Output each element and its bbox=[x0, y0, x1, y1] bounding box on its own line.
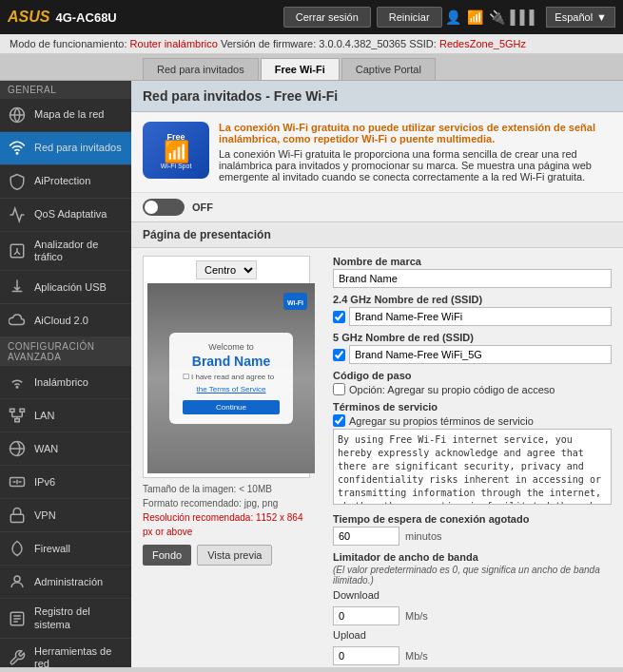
status-icons: 👤 📶 🔌 ▌▌▌ bbox=[445, 10, 539, 25]
img-resolution: Resolución recomendada: 1152 x 864 px or… bbox=[143, 510, 310, 539]
sidebar-label-analizador: Analizador de tráfico bbox=[34, 239, 124, 263]
timeout-label: Tiempo de espera de conexión agotado bbox=[333, 513, 612, 525]
preview-header: Centro bbox=[147, 260, 305, 279]
preview-area: Centro Welcome to Brand Name ☐ I have re… bbox=[143, 256, 310, 478]
brand-input[interactable] bbox=[333, 269, 612, 288]
signal-bars-icon: ▌▌▌ bbox=[511, 10, 539, 25]
sidebar-item-wan[interactable]: WAN bbox=[0, 432, 131, 466]
sidebar-label-inalambrico: Inalámbrico bbox=[34, 376, 88, 389]
timeout-input[interactable] bbox=[333, 527, 399, 546]
warning-text: La conexión Wi-Fi gratuita no puede util… bbox=[219, 122, 612, 144]
tab-invitados[interactable]: Red para invitados bbox=[143, 58, 259, 80]
sidebar-label-herramientas: Herramientas de red bbox=[34, 645, 124, 667]
shield-icon bbox=[8, 172, 27, 191]
upload-label: Upload bbox=[333, 629, 390, 641]
desc-text: La conexión Wi-Fi gratuita le proporcion… bbox=[219, 148, 612, 182]
sidebar-item-registro[interactable]: Registro del sistema bbox=[0, 599, 131, 638]
ssid5-input[interactable] bbox=[349, 345, 612, 364]
tos-check-label: Agregar su propios términos de servicio bbox=[349, 415, 534, 427]
preview-welcome: Welcome to bbox=[183, 342, 280, 352]
preview-tos-link: the Terms of Service bbox=[183, 385, 280, 394]
presentation-section-title: Página de presentación bbox=[131, 221, 623, 248]
main-layout: General Mapa de la red Red para invitado… bbox=[0, 81, 623, 667]
sidebar-item-qos[interactable]: QoS Adaptativa bbox=[0, 199, 131, 232]
ssid24-label: 2.4 GHz Nombre de red (SSID) bbox=[333, 294, 612, 305]
toggle-row: OFF bbox=[131, 193, 623, 221]
sidebar-label-red: Red para invitados bbox=[34, 142, 122, 154]
mode-link[interactable]: Router inalámbrico bbox=[130, 38, 218, 49]
sidebar-label-aicloud: AiCloud 2.0 bbox=[34, 315, 88, 327]
download-input[interactable] bbox=[333, 606, 399, 625]
sidebar-label-firewall: Firewall bbox=[34, 543, 70, 555]
tos-textarea[interactable]: By using Free Wi-Fi internet service, yo… bbox=[333, 429, 612, 505]
preview-inner: Welcome to Brand Name ☐ I have read and … bbox=[147, 283, 315, 473]
sidebar-label-lan: LAN bbox=[34, 410, 54, 422]
qos-icon bbox=[8, 205, 27, 224]
logo-spot-text: Wi-Fi Spot bbox=[161, 163, 192, 169]
sidebar: General Mapa de la red Red para invitado… bbox=[0, 81, 131, 667]
sidebar-item-firewall[interactable]: Firewall bbox=[0, 532, 131, 566]
sidebar-label-vpn: VPN bbox=[34, 509, 56, 522]
preview-check: ☐ I have read and agree to bbox=[183, 373, 280, 381]
language-label: Español bbox=[555, 11, 593, 23]
toggle-label: OFF bbox=[192, 202, 213, 213]
log-icon bbox=[8, 609, 27, 628]
bandwidth-group: Limitador de ancho de banda (El valor pr… bbox=[333, 551, 612, 665]
upload-input-row: Mb/s bbox=[333, 646, 612, 665]
ssid-label: SSID: bbox=[409, 38, 437, 49]
wifi-status-icon: 📶 bbox=[467, 10, 483, 25]
background-button[interactable]: Fondo bbox=[143, 545, 191, 566]
preview-button[interactable]: Vista previa bbox=[197, 545, 272, 566]
logout-button[interactable]: Cerrar sesión bbox=[283, 7, 371, 28]
ssid5-checkbox[interactable] bbox=[333, 349, 345, 361]
sidebar-item-aiprotection[interactable]: AiProtection bbox=[0, 165, 131, 199]
ssid5-row bbox=[333, 345, 612, 364]
sidebar-item-analizador[interactable]: Analizador de tráfico bbox=[0, 232, 131, 271]
upload-unit: Mb/s bbox=[405, 650, 428, 662]
svg-rect-7 bbox=[20, 410, 25, 413]
sidebar-item-inalambrico[interactable]: Inalámbrico bbox=[0, 366, 131, 399]
passcode-label: Código de paso bbox=[333, 370, 612, 381]
tab-bar: Red para invitados Free Wi-Fi Captive Po… bbox=[0, 54, 623, 81]
sidebar-item-mapa[interactable]: Mapa de la red bbox=[0, 99, 131, 132]
tab-captive[interactable]: Captive Portal bbox=[341, 58, 436, 80]
sidebar-item-aicloud[interactable]: AiCloud 2.0 bbox=[0, 304, 131, 337]
chevron-down-icon: ▼ bbox=[596, 11, 607, 23]
version-label: Versión de firmware: bbox=[221, 38, 316, 49]
admin-icon bbox=[8, 572, 27, 591]
map-icon bbox=[8, 106, 27, 125]
sidebar-item-administracion[interactable]: Administración bbox=[0, 566, 131, 599]
enable-toggle[interactable] bbox=[143, 199, 185, 216]
preview-continue-btn[interactable]: Continue bbox=[183, 400, 280, 414]
sidebar-label-registro: Registro del sistema bbox=[34, 605, 124, 630]
sidebar-label-ipv6: IPv6 bbox=[34, 476, 55, 489]
timeout-group: Tiempo de espera de conexión agotado min… bbox=[333, 513, 612, 546]
restart-button[interactable]: Reiniciar bbox=[377, 7, 442, 28]
img-format: Formato recomendado: jpg, png bbox=[143, 496, 310, 510]
sidebar-item-ipv6[interactable]: IPv6 bbox=[0, 466, 131, 499]
sidebar-item-red[interactable]: Red para invitados bbox=[0, 132, 131, 165]
logo-wifi-icon: 📶 bbox=[164, 142, 189, 163]
upload-row: Upload bbox=[333, 629, 612, 643]
tos-checkbox[interactable] bbox=[333, 414, 345, 427]
download-row: Download bbox=[333, 589, 612, 603]
info-text-block: La conexión Wi-Fi gratuita no puede util… bbox=[219, 122, 612, 182]
ssid24-checkbox[interactable] bbox=[333, 311, 345, 323]
ssid24-input[interactable] bbox=[349, 307, 612, 326]
ipv6-icon bbox=[8, 472, 27, 491]
timeout-row: minutos bbox=[333, 527, 612, 546]
upload-input[interactable] bbox=[333, 646, 399, 665]
language-selector[interactable]: Español ▼ bbox=[546, 7, 615, 28]
sidebar-item-lan[interactable]: LAN bbox=[0, 399, 131, 432]
sidebar-item-usb[interactable]: Aplicación USB bbox=[0, 271, 131, 304]
tab-freewifi[interactable]: Free Wi-Fi bbox=[261, 58, 340, 80]
sidebar-label-mapa: Mapa de la red bbox=[34, 108, 104, 121]
position-select[interactable]: Centro bbox=[196, 260, 257, 279]
sidebar-item-herramientas[interactable]: Herramientas de red bbox=[0, 639, 131, 667]
freewifi-logo: Free 📶 Wi-Fi Spot bbox=[143, 122, 209, 179]
sidebar-item-vpn[interactable]: VPN bbox=[0, 499, 131, 532]
model-name: 4G-AC68U bbox=[55, 10, 116, 25]
download-input-row: Mb/s bbox=[333, 606, 612, 625]
svg-rect-8 bbox=[15, 419, 20, 422]
passcode-checkbox[interactable] bbox=[333, 383, 345, 395]
